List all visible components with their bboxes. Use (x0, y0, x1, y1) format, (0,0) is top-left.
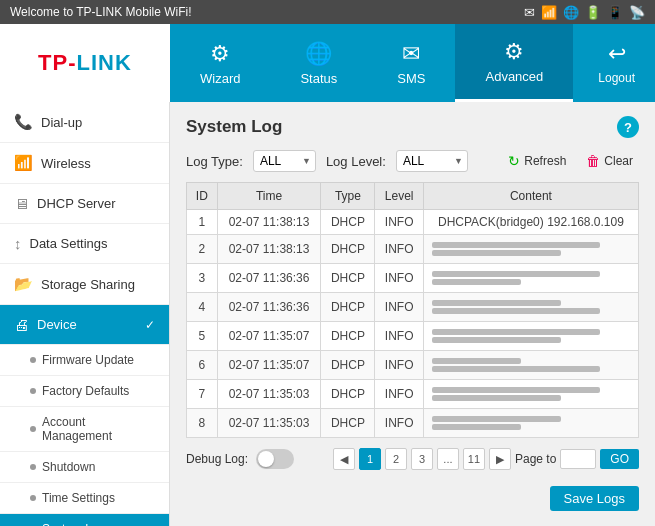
envelope-icon: ✉ (524, 5, 535, 20)
nav-status[interactable]: 🌐 Status (270, 24, 367, 102)
cell-type: DHCP (321, 293, 375, 322)
sidebar-item-storage[interactable]: 📂 Storage Sharing (0, 264, 169, 305)
status-icon: 🌐 (305, 41, 332, 67)
cell-id: 5 (187, 322, 218, 351)
signal-icon: 📶 (541, 5, 557, 20)
page-3-button[interactable]: 3 (411, 448, 433, 470)
go-button[interactable]: GO (600, 449, 639, 469)
nav-sms[interactable]: ✉ SMS (367, 24, 455, 102)
nav-sms-label: SMS (397, 71, 425, 86)
cell-type: DHCP (321, 264, 375, 293)
main-layout: 📞 Dial-up 📶 Wireless 🖥 DHCP Server ↕ Dat… (0, 102, 655, 526)
cell-time: 02-07 11:38:13 (217, 235, 321, 264)
cell-level: INFO (375, 235, 423, 264)
log-type-select[interactable]: ALL DHCP PPP (253, 150, 316, 172)
data-settings-icon: ↕ (14, 235, 22, 252)
sidebar-item-wireless[interactable]: 📶 Wireless (0, 143, 169, 184)
sidebar-item-wireless-label: Wireless (41, 156, 91, 171)
page-1-button[interactable]: 1 (359, 448, 381, 470)
cell-type: DHCP (321, 351, 375, 380)
content-bar (432, 387, 600, 393)
shutdown-dot (30, 464, 36, 470)
sidebar-item-factory[interactable]: Factory Defaults (0, 376, 169, 407)
cell-content (423, 293, 638, 322)
sidebar-item-account[interactable]: Account Management (0, 407, 169, 452)
page-2-button[interactable]: 2 (385, 448, 407, 470)
logout-icon: ↩ (608, 41, 626, 67)
cell-level: INFO (375, 322, 423, 351)
refresh-button[interactable]: ↻ Refresh (502, 150, 572, 172)
sidebar-item-time-label: Time Settings (42, 491, 115, 505)
table-row: 302-07 11:36:36DHCPINFO (187, 264, 639, 293)
table-row: 602-07 11:35:07DHCPINFO (187, 351, 639, 380)
sidebar-item-shutdown[interactable]: Shutdown (0, 452, 169, 483)
clear-icon: 🗑 (586, 153, 600, 169)
cell-id: 8 (187, 409, 218, 438)
page-to-label: Page to (515, 452, 556, 466)
filter-row: Log Type: ALL DHCP PPP Log Level: ALL IN… (186, 150, 639, 172)
content-bar (432, 271, 600, 277)
sidebar-item-time[interactable]: Time Settings (0, 483, 169, 514)
cell-id: 3 (187, 264, 218, 293)
next-page-button[interactable]: ▶ (489, 448, 511, 470)
cell-time: 02-07 11:35:03 (217, 380, 321, 409)
sim-icon: 📱 (607, 5, 623, 20)
cell-type: DHCP (321, 380, 375, 409)
help-button[interactable]: ? (617, 116, 639, 138)
sidebar-item-data-settings[interactable]: ↕ Data Settings (0, 224, 169, 264)
nav-items: ⚙ Wizard 🌐 Status ✉ SMS ⚙ Advanced (170, 24, 578, 102)
nav-status-label: Status (300, 71, 337, 86)
page-11-button[interactable]: 11 (463, 448, 485, 470)
bottom-row: Debug Log: ◀ 1 2 3 ... 11 ▶ Page to GO (186, 448, 639, 470)
page-to-input[interactable] (560, 449, 596, 469)
log-type-label: Log Type: (186, 154, 243, 169)
cell-time: 02-07 11:38:13 (217, 210, 321, 235)
clear-button[interactable]: 🗑 Clear (580, 150, 639, 172)
nav-advanced-label: Advanced (485, 69, 543, 84)
refresh-icon: ↻ (508, 153, 520, 169)
cell-time: 02-07 11:35:03 (217, 409, 321, 438)
wireless-icon: 📶 (14, 154, 33, 172)
sidebar-item-firmware-label: Firmware Update (42, 353, 134, 367)
save-logs-button[interactable]: Save Logs (550, 486, 639, 511)
cell-id: 6 (187, 351, 218, 380)
cell-id: 7 (187, 380, 218, 409)
log-type-select-wrapper[interactable]: ALL DHCP PPP (253, 150, 316, 172)
cell-content (423, 235, 638, 264)
logo: TP-LINK (38, 50, 132, 76)
content: System Log ? Log Type: ALL DHCP PPP Log … (170, 102, 655, 526)
logout-area[interactable]: ↩ Logout (578, 24, 655, 102)
sidebar-item-firmware[interactable]: Firmware Update (0, 345, 169, 376)
nav-advanced[interactable]: ⚙ Advanced (455, 24, 573, 102)
debug-toggle[interactable] (256, 449, 294, 469)
sidebar-item-data-settings-label: Data Settings (30, 236, 108, 251)
sidebar-item-device-label: Device (37, 317, 77, 332)
toggle-knob (258, 451, 274, 467)
prev-page-button[interactable]: ◀ (333, 448, 355, 470)
nav-wizard[interactable]: ⚙ Wizard (170, 24, 270, 102)
cell-level: INFO (375, 351, 423, 380)
sidebar-item-storage-label: Storage Sharing (41, 277, 135, 292)
sidebar-item-system-log[interactable]: System Log » (0, 514, 169, 526)
cell-content: DHCPACK(bridge0) 192.168.0.109 (423, 210, 638, 235)
log-level-label: Log Level: (326, 154, 386, 169)
sms-icon: ✉ (402, 41, 420, 67)
cell-time: 02-07 11:35:07 (217, 351, 321, 380)
log-level-select[interactable]: ALL INFO ERROR (396, 150, 468, 172)
sidebar-item-dhcp[interactable]: 🖥 DHCP Server (0, 184, 169, 224)
time-dot (30, 495, 36, 501)
cell-id: 2 (187, 235, 218, 264)
sidebar-item-device[interactable]: 🖨 Device ✓ (0, 305, 169, 345)
content-header: System Log ? (186, 116, 639, 138)
factory-dot (30, 388, 36, 394)
content-bar (432, 300, 561, 306)
content-bar (432, 358, 521, 364)
page-title: System Log (186, 117, 282, 137)
col-level: Level (375, 183, 423, 210)
pagination: ◀ 1 2 3 ... 11 ▶ Page to GO (333, 448, 639, 470)
content-bar (432, 366, 600, 372)
cell-type: DHCP (321, 409, 375, 438)
cell-content (423, 409, 638, 438)
sidebar-item-dial-up[interactable]: 📞 Dial-up (0, 102, 169, 143)
log-level-select-wrapper[interactable]: ALL INFO ERROR (396, 150, 468, 172)
